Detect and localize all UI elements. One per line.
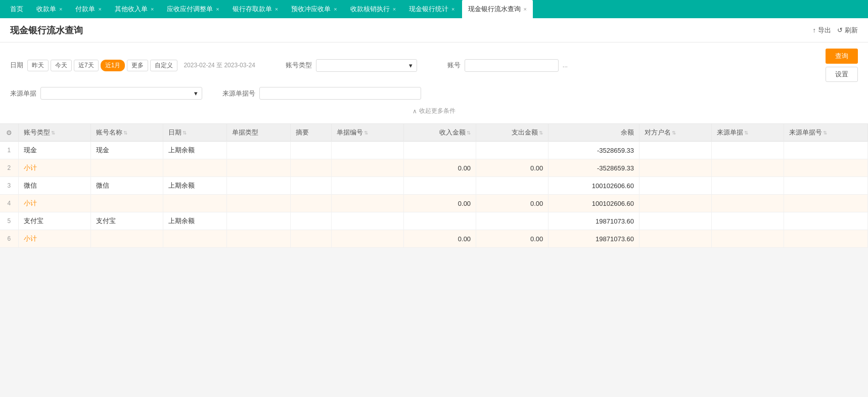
table-cell: [403, 142, 476, 159]
table-cell: [163, 159, 226, 177]
source-doc-filter-group: 来源单据 ▾: [10, 87, 202, 100]
close-icon[interactable]: ×: [59, 6, 62, 12]
filter-row-1: 日期 昨天 今天 近7天 近1月 更多 自定义 2023-02-24 至 202…: [10, 49, 858, 82]
nav-receipt[interactable]: 收款单 ×: [30, 0, 68, 18]
table-cell: [639, 159, 711, 177]
chevron-down-icon: ▾: [409, 62, 413, 69]
table-body: 1现金现金上期余额-3528659.332小计0.000.00-3528659.…: [0, 142, 868, 248]
th-account-type: 账号类型⇅: [18, 124, 90, 142]
table-cell: [226, 195, 290, 212]
table-cell: [476, 212, 549, 230]
table-row: 3微信微信上期余额100102606.60: [0, 177, 868, 195]
source-doc-no-filter-group: 来源单据号: [222, 87, 421, 100]
date-btn-today[interactable]: 今天: [51, 60, 72, 71]
close-icon[interactable]: ×: [393, 6, 396, 12]
page-title: 现金银行流水查询: [10, 24, 83, 36]
collapse-bar[interactable]: ∧ 收起更多条件: [10, 105, 858, 117]
table-cell: [290, 230, 331, 248]
table-cell: 0.00: [476, 195, 549, 212]
table-cell: [90, 159, 163, 177]
table-cell: [226, 212, 290, 230]
date-btn-more[interactable]: 更多: [127, 60, 148, 71]
account-type-filter-group: 账号类型 ▾: [286, 59, 417, 72]
table-cell: [290, 212, 331, 230]
th-date: 日期⇅: [163, 124, 226, 142]
table-cell: [784, 142, 868, 159]
setting-button[interactable]: 设置: [826, 67, 858, 82]
close-icon[interactable]: ×: [451, 6, 454, 12]
account-type-select[interactable]: ▾: [316, 59, 417, 72]
source-doc-select[interactable]: ▾: [40, 87, 202, 100]
close-icon[interactable]: ×: [334, 6, 337, 12]
close-icon[interactable]: ×: [216, 6, 219, 12]
table-cell: [331, 230, 403, 248]
page-header: 现金银行流水查询 ↑ 导出 ↺ 刷新: [0, 18, 868, 42]
close-icon[interactable]: ×: [275, 6, 278, 12]
more-options-button[interactable]: ...: [563, 62, 568, 69]
filter-row-2: 来源单据 ▾ 来源单据号: [10, 87, 858, 100]
th-expense: 支出金额⇅: [476, 124, 549, 142]
source-doc-no-label: 来源单据号: [222, 89, 255, 98]
query-button[interactable]: 查询: [826, 49, 858, 64]
table-cell: 上期余额: [163, 142, 226, 159]
table-cell: 6: [0, 230, 18, 248]
account-input[interactable]: [465, 59, 559, 72]
th-income: 收入金额⇅: [403, 124, 476, 142]
table-cell: 4: [0, 195, 18, 212]
table-row: 1现金现金上期余额-3528659.33: [0, 142, 868, 159]
table-cell: [476, 142, 549, 159]
date-label: 日期: [10, 61, 23, 70]
source-doc-no-input[interactable]: [259, 87, 421, 100]
nav-collection[interactable]: 收款核销执行 ×: [344, 0, 402, 18]
table-cell: 现金: [18, 142, 90, 159]
settings-column-header: ⚙: [0, 124, 18, 142]
nav-home[interactable]: 首页: [4, 0, 29, 18]
th-source-doc: 来源单据⇅: [712, 124, 784, 142]
th-account-name: 账号名称⇅: [90, 124, 163, 142]
table-cell: 100102606.60: [549, 195, 639, 212]
table-cell: 0.00: [403, 230, 476, 248]
account-label: 账号: [447, 61, 461, 70]
table-cell: [403, 212, 476, 230]
th-balance: 余额: [549, 124, 639, 142]
table-cell: 0.00: [403, 195, 476, 212]
header-actions: ↑ 导出 ↺ 刷新: [813, 26, 858, 35]
nav-payment[interactable]: 付款单 ×: [69, 0, 107, 18]
export-icon: ↑: [813, 26, 816, 34]
nav-other-income[interactable]: 其他收入单 ×: [109, 0, 160, 18]
table-row: 6小计0.000.0019871073.60: [0, 230, 868, 248]
table-cell: [784, 177, 868, 195]
date-btn-7days[interactable]: 近7天: [74, 60, 99, 71]
table-cell: [226, 142, 290, 159]
table-settings-icon[interactable]: ⚙: [6, 129, 12, 137]
close-icon[interactable]: ×: [524, 6, 527, 12]
refresh-button[interactable]: ↺ 刷新: [837, 26, 858, 35]
date-quick-buttons: 昨天 今天 近7天 近1月 更多 自定义: [27, 60, 177, 71]
nav-adjustment[interactable]: 应收应付调整单 ×: [161, 0, 225, 18]
table-row: 5支付宝支付宝上期余额19871073.60: [0, 212, 868, 230]
table-cell: [476, 177, 549, 195]
table-cell: [290, 142, 331, 159]
table-cell: [712, 177, 784, 195]
table-cell: [331, 142, 403, 159]
th-source-doc-no: 来源单据号⇅: [784, 124, 868, 142]
table-cell: 2: [0, 159, 18, 177]
nav-bank-stats[interactable]: 现金银行统计 ×: [403, 0, 461, 18]
export-button[interactable]: ↑ 导出: [813, 26, 832, 35]
date-btn-custom[interactable]: 自定义: [150, 60, 177, 71]
table-cell: -3528659.33: [549, 159, 639, 177]
date-btn-1month[interactable]: 近1月: [101, 60, 125, 71]
close-icon[interactable]: ×: [98, 6, 101, 12]
table-cell: 微信: [90, 177, 163, 195]
table-row: 4小计0.000.00100102606.60: [0, 195, 868, 212]
nav-bank-flow[interactable]: 现金银行流水查询 ×: [462, 0, 533, 18]
close-icon[interactable]: ×: [151, 6, 154, 12]
table-cell: 5: [0, 212, 18, 230]
table-cell: 100102606.60: [549, 177, 639, 195]
nav-bank-deposit[interactable]: 银行存取款单 ×: [226, 0, 284, 18]
nav-advance[interactable]: 预收冲应收单 ×: [285, 0, 343, 18]
date-btn-yesterday[interactable]: 昨天: [27, 60, 49, 71]
th-summary: 摘要: [290, 124, 331, 142]
table-cell: 上期余额: [163, 212, 226, 230]
table-cell: [331, 177, 403, 195]
